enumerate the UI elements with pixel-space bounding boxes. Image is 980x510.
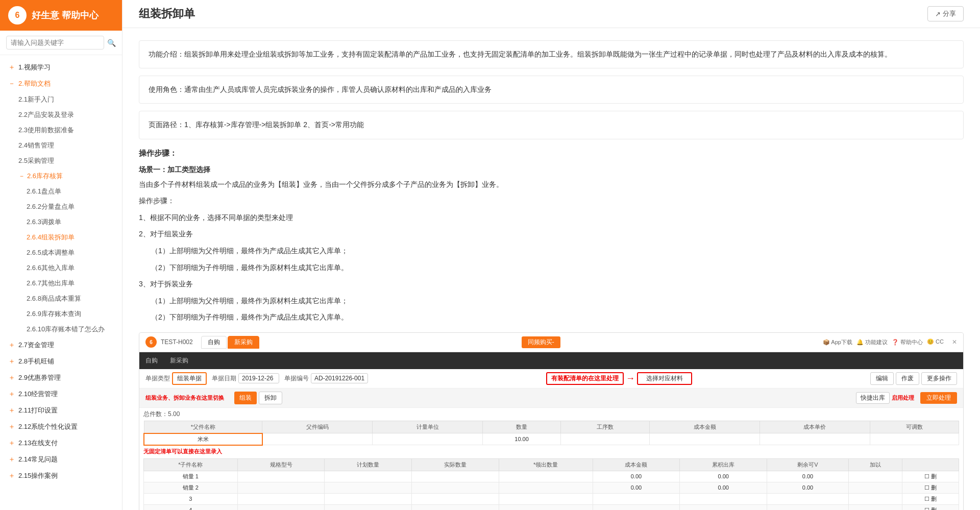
sidebar-item-video[interactable]: ＋ 1.视频学习 [0, 59, 122, 76]
upper-cell-qty: 10.00 [482, 433, 560, 445]
lower-col-8: 剩余可V [767, 458, 849, 471]
plus-icon-mobile: ＋ [8, 357, 15, 366]
app-close-icon[interactable]: ✕ [952, 338, 957, 346]
sidebar-item-finance[interactable]: ＋ 2.7资金管理 [0, 337, 122, 353]
lower-cell-1-1: 销量 1 [144, 471, 238, 482]
step3: 3、对于拆装业务 [139, 277, 964, 291]
path-block: 页面路径：1、库存核算->库存管理->组装拆卸单 2、首页->常用功能 [139, 111, 964, 139]
app-top-bar-icon3: ❓ 帮助中心 [892, 338, 923, 346]
sidebar-item-print-label: 2.11打印设置 [18, 406, 58, 415]
bill-no-value[interactable]: AD-20191226-001 [311, 373, 368, 383]
sidebar-item-finance-label: 2.7资金管理 [18, 341, 54, 350]
main-header: 组装拆卸单 ↗ 分享 [122, 0, 980, 28]
app-top-bar-icon1: 📦 App下载 [823, 338, 852, 346]
sidebar-item-help[interactable]: － 2.帮助文档 [0, 76, 122, 92]
sidebar-item-cases[interactable]: ＋ 2.15操作案例 [0, 468, 122, 484]
sidebar-item-faq[interactable]: ＋ 2.14常见问题 [0, 451, 122, 468]
upper-col-4: 数量 [482, 421, 560, 433]
sidebar-item-coupon[interactable]: ＋ 2.9优惠券管理 [0, 370, 122, 386]
steps-title: 操作步骤： [139, 149, 964, 158]
confirm-btn-highlighted[interactable]: 选择对应材料 [637, 372, 692, 385]
active-function-btn[interactable]: 同频购买- [522, 336, 560, 348]
sidebar-item-other-out[interactable]: 2.6.7其他出库单 [0, 276, 122, 291]
step2-2: （2）下部明细为子件明细，最终作为原材料生成其它出库单。 [139, 261, 964, 275]
type-selector: 组装业务、拆卸业务在这里切换 [145, 394, 224, 402]
app-tab-autopurchase[interactable]: 自购 [201, 336, 227, 349]
sidebar-header: 6 好生意 帮助中心 [0, 0, 122, 31]
confirm-process-btn[interactable]: 立即处理 [920, 392, 957, 404]
sidebar-item-ops[interactable]: ＋ 2.10经营管理 [0, 386, 122, 402]
process-type-buttons: 组装 拆卸 [234, 392, 282, 404]
upper-cell-cost [650, 433, 760, 445]
date-field: 单据日期 2019-12-26 [212, 373, 279, 383]
share-icon: ↗ [935, 10, 941, 18]
lower-cell-2-7: 0.00 [680, 482, 767, 493]
sidebar-item-print[interactable]: ＋ 2.11打印设置 [0, 402, 122, 419]
sidebar-item-purchase[interactable]: 2.5采购管理 [0, 153, 122, 168]
app-tab-newpurchase[interactable]: 新采购 [228, 336, 259, 349]
scene1-desc: 当由多个子件材料组装成一个成品的业务为【组装】业务，当由一个父件拆分成多个子产品… [139, 178, 964, 191]
intro-label: 功能介绍： [149, 50, 184, 58]
app-top-bar: 6 TEST-H002 自购 新采购 同频购买- 📦 App下载 🔔 功能建议 … [139, 333, 963, 352]
plus-icon-print: ＋ [8, 406, 15, 415]
role-label: 使用角色： [149, 85, 184, 93]
sidebar-item-stock-check[interactable]: 2.6.9库存账本查询 [0, 306, 122, 322]
sidebar-item-assemble[interactable]: 2.6.4组装拆卸单 [0, 230, 122, 245]
upper-cell-name: 米米 [144, 433, 262, 445]
path-label: 页面路径： [149, 120, 184, 129]
annotation1-arrow: → [626, 373, 635, 384]
search-icon[interactable]: 🔍 [107, 39, 116, 47]
lower-table-row-4: 4☐ 删 [144, 504, 959, 510]
sidebar-item-goods-cost[interactable]: 2.6.8商品成本重算 [0, 291, 122, 306]
bill-type-label: 单据类型 [145, 374, 170, 383]
sidebar-item-faq-label: 2.14常见问题 [18, 455, 58, 464]
more-btn[interactable]: 更多操作 [921, 372, 957, 385]
search-input[interactable] [6, 36, 104, 50]
assemble-btn[interactable]: 组装 [234, 392, 257, 404]
sidebar-item-stock-count[interactable]: 2.6.1盘点单 [0, 184, 122, 199]
date-value[interactable]: 2019-12-26 [238, 373, 279, 383]
sidebar-item-payment-label: 2.13在线支付 [18, 439, 58, 448]
search-input-small[interactable]: 快捷出库 [856, 392, 890, 404]
sidebar-item-other-in[interactable]: 2.6.6其他入库单 [0, 260, 122, 276]
sidebar-item-prepare[interactable]: 2.3使用前数据准备 [0, 123, 122, 138]
lower-cell-2-5 [499, 482, 593, 493]
lower-col-4: 实际数量 [412, 458, 499, 471]
app-nav-new[interactable]: 新采购 [164, 354, 194, 367]
disassemble-btn[interactable]: 拆卸 [259, 392, 282, 404]
plus-icon: ＋ [8, 63, 15, 72]
delete-btn[interactable]: 作废 [896, 372, 919, 385]
lower-col-6: 成本金额 [593, 458, 680, 471]
logo-icon: 6 [8, 6, 27, 25]
sidebar-item-mobile[interactable]: ＋ 2.8手机旺铺 [0, 353, 122, 370]
sidebar-item-personal[interactable]: ＋ 2.12系统个性化设置 [0, 419, 122, 435]
upper-table-area: 总件数：5.00 *父件名称 父件编码 计量单位 数量 工序数 成本金额 成本单… [139, 408, 963, 448]
minus-icon: － [8, 79, 15, 88]
app-logo-small: 6 [145, 336, 157, 348]
bill-type-value[interactable]: 组装单据 [172, 372, 207, 385]
app-nav: 自购 新采购 [139, 352, 963, 369]
sidebar-item-personal-label: 2.12系统个性化设置 [18, 422, 78, 431]
edit-btn[interactable]: 编辑 [870, 372, 894, 385]
lower-col-3: 计划数量 [325, 458, 412, 471]
sidebar-item-newbie[interactable]: 2.1新手入门 [0, 92, 122, 107]
share-button[interactable]: ↗ 分享 [927, 6, 964, 21]
sidebar-item-cost[interactable]: 2.6.5成本调整单 [0, 245, 122, 260]
sidebar-item-cases-label: 2.15操作案例 [18, 471, 58, 480]
upper-cell-unit [373, 433, 483, 445]
sidebar-item-inventory[interactable]: － 2.6库存核算 [0, 168, 122, 184]
upper-col-1: *父件名称 [144, 421, 262, 433]
app-nav-home[interactable]: 自购 [139, 354, 164, 367]
lower-cell-2-10: ☐ 删 [902, 482, 959, 493]
sidebar-item-partial-count[interactable]: 2.6.2分量盘点单 [0, 199, 122, 214]
sidebar-item-payment[interactable]: ＋ 2.13在线支付 [0, 435, 122, 451]
plus-icon-faq: ＋ [8, 455, 15, 464]
intro-block: 功能介绍：组装拆卸单用来处理企业组装或拆卸等加工业务，支持有固定装配清单的产品加… [139, 40, 964, 68]
sidebar-item-account-error[interactable]: 2.6.10库存账本错了怎么办 [0, 322, 122, 337]
sidebar-item-sales[interactable]: 2.4销售管理 [0, 138, 122, 153]
sidebar-item-ops-label: 2.10经营管理 [18, 390, 58, 399]
sidebar-item-install[interactable]: 2.2产品安装及登录 [0, 107, 122, 123]
plus-icon-payment: ＋ [8, 439, 15, 448]
sidebar-item-adjust[interactable]: 2.6.3调拨单 [0, 214, 122, 230]
upper-cell-unit-cost [760, 433, 870, 445]
